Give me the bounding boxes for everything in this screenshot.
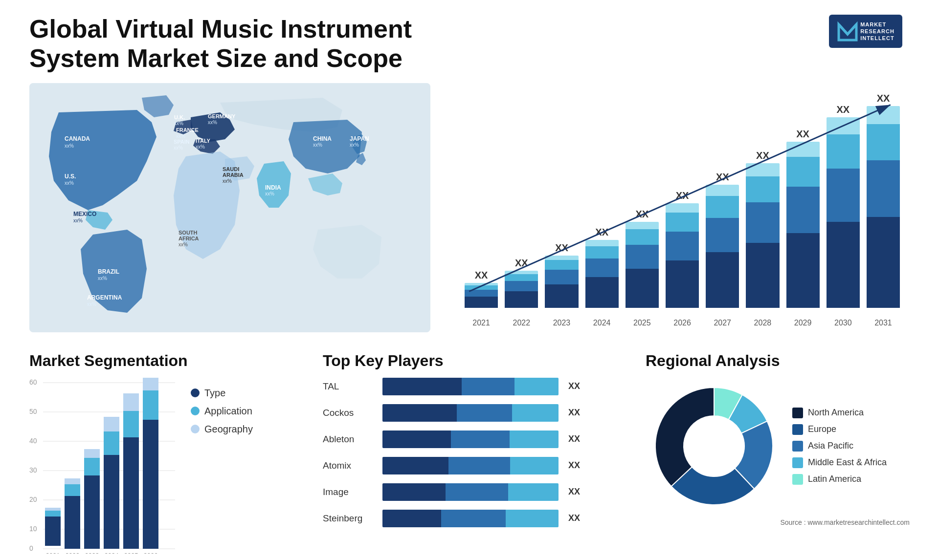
bar-top-label: XX (836, 104, 850, 115)
logo-box: MARKET RESEARCH INTELLECT (829, 15, 902, 48)
legend-type: Type (191, 388, 253, 399)
svg-rect-63 (123, 411, 139, 437)
svg-rect-53 (65, 496, 80, 549)
bar-top-label: XX (676, 190, 689, 201)
svg-rect-64 (123, 393, 139, 411)
bar-segment-1 (746, 243, 779, 308)
regional-title: Regional Analysis (646, 352, 910, 370)
logo: MARKET RESEARCH INTELLECT (822, 15, 910, 48)
bar-top-label: XX (595, 227, 608, 238)
x-label: 2022 (505, 319, 538, 327)
bar-segment-1 (465, 297, 498, 308)
bar-segment-2 (706, 218, 739, 252)
bar-stack (585, 240, 619, 307)
svg-rect-50 (45, 517, 61, 546)
svg-text:xx%: xx% (223, 178, 232, 184)
bar-segment-4 (545, 256, 578, 260)
bar-segment-2 (746, 202, 779, 243)
bar-top-label: XX (796, 129, 809, 140)
player-bar-container (382, 378, 559, 395)
bar-group: XX (786, 93, 820, 308)
svg-text:xx%: xx% (176, 133, 185, 139)
bar-segment-3 (545, 260, 578, 269)
donut-svg (646, 378, 782, 515)
svg-rect-52 (45, 508, 61, 511)
bar-top-label: XX (636, 209, 649, 220)
bar-group: XX (505, 93, 538, 308)
player-bar-seg-1 (382, 510, 441, 527)
svg-text:xx%: xx% (65, 180, 74, 186)
player-bar-seg-2 (448, 457, 510, 474)
svg-rect-62 (123, 437, 139, 549)
svg-rect-61 (104, 417, 119, 431)
reg-legend-color (792, 441, 803, 452)
player-bar-seg-1 (382, 483, 446, 501)
reg-legend-color (792, 457, 803, 468)
svg-text:xx%: xx% (174, 145, 183, 151)
player-row: AbletonXX (323, 431, 626, 448)
bar-segment-4 (505, 271, 538, 274)
regional-content: North AmericaEuropeAsia PacificMiddle Ea… (646, 378, 910, 515)
reg-legend-color (792, 408, 803, 418)
player-xx-label: XX (568, 434, 580, 444)
svg-text:AFRICA: AFRICA (179, 236, 199, 241)
bar-segment-4 (666, 203, 699, 213)
svg-text:xx%: xx% (350, 142, 359, 148)
top-chart-section: XXXXXXXXXXXXXXXXXXXXXX 20212022202320242… (450, 83, 910, 337)
svg-rect-57 (84, 458, 100, 475)
seg-chart-svg: 60 50 40 30 20 10 0 (29, 378, 176, 554)
bar-top-label: XX (877, 93, 890, 104)
bar-top-label: XX (515, 258, 528, 269)
bar-segment-3 (626, 229, 659, 245)
svg-text:ARGENTINA: ARGENTINA (87, 294, 122, 301)
x-label: 2030 (827, 319, 860, 327)
bar-stack (465, 283, 498, 307)
svg-rect-51 (45, 511, 61, 517)
bar-segment-1 (786, 233, 820, 308)
logo-line3: INTELLECT (860, 35, 894, 42)
bar-segment-2 (585, 258, 619, 278)
player-bar-seg-3 (508, 483, 559, 501)
bar-segment-1 (666, 260, 699, 307)
bar-chart-bars: XXXXXXXXXXXXXXXXXXXXXX (465, 93, 900, 308)
bar-top-label: XX (756, 150, 769, 161)
svg-rect-54 (65, 484, 80, 496)
player-bar-container (382, 457, 559, 474)
map-section: CANADA xx% U.S. xx% MEXICO xx% BRAZIL xx… (29, 83, 430, 337)
player-bar-seg-3 (512, 404, 559, 422)
bar-segment-2 (465, 290, 498, 297)
svg-text:U.S.: U.S. (65, 173, 76, 180)
bar-segment-3 (786, 157, 820, 187)
player-row: ImageXX (323, 483, 626, 501)
bar-group: XX (706, 93, 739, 308)
bar-top-label: XX (475, 270, 488, 281)
legend-application-dot (191, 407, 200, 415)
page-container: Global Virtual Music Instrument System M… (0, 0, 939, 560)
svg-text:2025: 2025 (124, 552, 138, 554)
svg-rect-65 (143, 420, 158, 549)
bar-segment-3 (666, 213, 699, 231)
svg-text:xx%: xx% (313, 142, 322, 148)
reg-legend-color (792, 474, 803, 485)
bar-segment-2 (626, 245, 659, 269)
bar-stack (666, 203, 699, 308)
seg-chart-area: 60 50 40 30 20 10 0 (29, 378, 176, 554)
reg-legend-label: Latin America (808, 474, 861, 484)
donut-center (685, 417, 743, 475)
bar-group: XX (746, 93, 779, 308)
bar-segment-3 (746, 176, 779, 202)
bar-segment-3 (585, 246, 619, 258)
reg-legend-label: Asia Pacific (808, 441, 853, 451)
player-row: SteinbergXX (323, 510, 626, 527)
svg-text:xx%: xx% (196, 144, 205, 150)
bar-segment-4 (746, 163, 779, 176)
legend-application: Application (191, 406, 253, 417)
svg-text:ITALY: ITALY (196, 138, 211, 144)
svg-text:50: 50 (29, 408, 37, 415)
logo-line2: RESEARCH (860, 28, 894, 35)
svg-text:30: 30 (29, 466, 37, 474)
legend-geography-dot (191, 425, 200, 433)
svg-text:BRAZIL: BRAZIL (98, 268, 119, 275)
bar-group: XX (626, 93, 659, 308)
svg-text:xx%: xx% (208, 120, 217, 125)
